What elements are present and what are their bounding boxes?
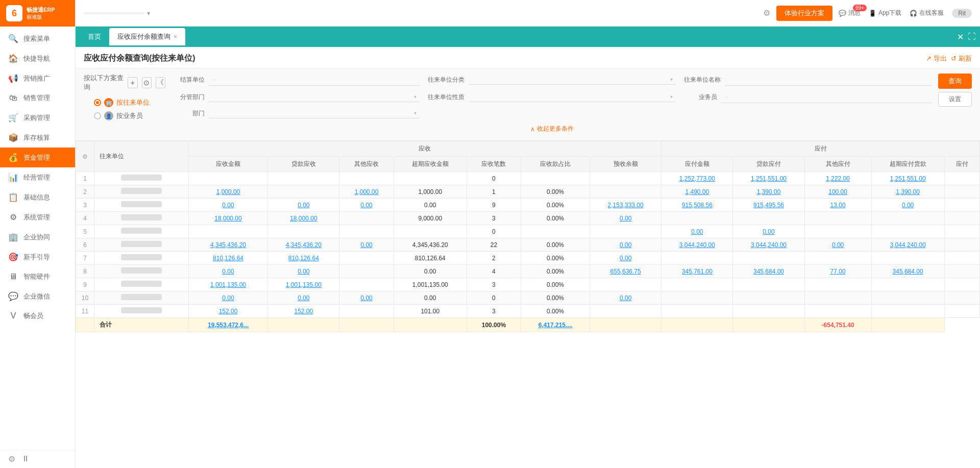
- cell-link[interactable]: 0.00: [298, 294, 309, 302]
- table-cell[interactable]: 0.00: [339, 199, 394, 212]
- cell-link[interactable]: 0.00: [222, 202, 234, 209]
- cell-link[interactable]: 4,345,436.20: [286, 241, 322, 249]
- cell-link[interactable]: 0.00: [763, 228, 774, 235]
- table-cell[interactable]: 345,684.00: [871, 265, 944, 278]
- table-cell[interactable]: 3,044,240.00: [662, 238, 733, 252]
- th-settings[interactable]: ⚙: [76, 141, 94, 172]
- table-cell[interactable]: 345,684.00: [733, 265, 804, 278]
- sidebar-item-inventory[interactable]: 📦 库存核算: [0, 128, 75, 147]
- table-cell[interactable]: 1,000.00: [188, 185, 268, 199]
- tab-close-icon[interactable]: ×: [174, 33, 177, 40]
- cell-link[interactable]: 4,345,436.20: [210, 241, 246, 249]
- cell-link[interactable]: 0.00: [620, 241, 631, 249]
- cell-link[interactable]: 0.00: [832, 241, 844, 249]
- table-cell[interactable]: 0.00: [871, 199, 944, 212]
- table-cell[interactable]: 0.00: [339, 238, 394, 252]
- filter-settings-button[interactable]: ⊙: [142, 77, 152, 88]
- table-cell[interactable]: 152.00: [188, 305, 268, 318]
- table-cell[interactable]: 0.00: [590, 252, 662, 265]
- table-cell[interactable]: 1,251,551.00: [733, 172, 804, 185]
- table-cell[interactable]: 100.00: [804, 185, 871, 199]
- sidebar-item-sales[interactable]: 🛍 销售管理: [0, 88, 75, 108]
- table-cell[interactable]: 2,153,333.00: [590, 199, 662, 212]
- sidebar-item-guide[interactable]: 🎯 新手引导: [0, 247, 75, 267]
- cell-link[interactable]: 1,390.00: [757, 188, 781, 195]
- cell-link[interactable]: 0.00: [360, 294, 372, 302]
- dept-select[interactable]: ▾: [209, 108, 420, 118]
- cell-link[interactable]: 0.00: [298, 268, 309, 275]
- settlement-input[interactable]: ···: [209, 73, 420, 86]
- sidebar-item-member[interactable]: V 畅会员: [0, 306, 75, 326]
- sidebar-item-shortcut[interactable]: 🏠 快捷导航: [0, 48, 75, 68]
- cell-link[interactable]: 810,126.64: [213, 255, 243, 262]
- app-download-button[interactable]: 📱 App下载: [869, 9, 901, 17]
- cell-link[interactable]: 3,044,240.00: [890, 241, 926, 249]
- cell-link[interactable]: 345,684.00: [753, 268, 784, 275]
- table-cell[interactable]: 3,044,240.00: [733, 238, 804, 252]
- cell-link[interactable]: 345,684.00: [893, 268, 923, 275]
- cell-link[interactable]: 3,044,240.00: [751, 241, 787, 249]
- refresh-button[interactable]: ↺ 刷新: [951, 54, 972, 63]
- cell-link[interactable]: 1,251,551.00: [890, 175, 926, 182]
- sidebar-item-wechat[interactable]: 💬 企业微信: [0, 286, 75, 306]
- scheme-by-staff[interactable]: 👤 按业务员: [94, 110, 165, 121]
- cell-link[interactable]: 1,252,773.00: [679, 175, 715, 182]
- table-cell[interactable]: 13.00: [804, 199, 871, 212]
- cell-link[interactable]: 0.00: [691, 228, 703, 235]
- cell-link[interactable]: 1,490.00: [685, 188, 709, 195]
- partner-name-input[interactable]: [725, 74, 932, 86]
- cell-link[interactable]: 2,153,333.00: [608, 202, 644, 209]
- cell-link[interactable]: 1,001,135.00: [286, 281, 322, 288]
- cell-link[interactable]: 100.00: [828, 188, 847, 195]
- message-button[interactable]: 💬 消息 99+: [839, 9, 861, 17]
- table-cell[interactable]: 0.00: [590, 212, 662, 225]
- sidebar-item-finance[interactable]: 💰 资金管理: [0, 147, 75, 167]
- tab-home[interactable]: 首页: [80, 28, 109, 45]
- table-cell[interactable]: 1,252,773.00: [662, 172, 733, 185]
- cell-link[interactable]: 1,251,551.00: [751, 175, 787, 182]
- export-button[interactable]: ↗ 导出: [926, 54, 947, 63]
- cell-link[interactable]: 77.00: [830, 268, 846, 275]
- cell-link[interactable]: 0.00: [902, 202, 914, 209]
- table-cell[interactable]: 810,126.64: [268, 252, 339, 265]
- partner-nature-select[interactable]: ▾: [469, 92, 676, 102]
- cell-link[interactable]: 1,001,135.00: [210, 281, 246, 288]
- query-button[interactable]: 查询: [938, 73, 972, 89]
- user-avatar[interactable]: Rit: [952, 9, 972, 18]
- filter-collapse-left-button[interactable]: 《: [156, 77, 165, 88]
- cell-link[interactable]: 655,636.75: [610, 268, 641, 275]
- promo-button[interactable]: 体验行业方案: [776, 6, 832, 21]
- cell-link[interactable]: 0.00: [222, 294, 234, 302]
- table-cell[interactable]: 1,490.00: [662, 185, 733, 199]
- table-cell[interactable]: 0.00: [339, 291, 394, 305]
- cell-link[interactable]: 0.00: [360, 202, 372, 209]
- table-cell[interactable]: 3,044,240.00: [871, 238, 944, 252]
- table-cell[interactable]: 1,222.00: [804, 172, 871, 185]
- partner-category-select[interactable]: ▾: [469, 75, 676, 85]
- collapse-button[interactable]: ∧ 收起更多条件: [528, 122, 576, 135]
- cell-link[interactable]: 810,126.64: [288, 255, 319, 262]
- cell-link[interactable]: 915,495.56: [753, 202, 784, 209]
- sidebar-item-hardware[interactable]: 🖥 智能硬件: [0, 267, 75, 286]
- table-cell[interactable]: 655,636.75: [590, 265, 662, 278]
- sidebar-item-system[interactable]: ⚙ 系统管理: [0, 207, 75, 227]
- table-cell[interactable]: 4,345,436.20: [188, 238, 268, 252]
- table-cell[interactable]: 1,390.00: [871, 185, 944, 199]
- table-cell[interactable]: 1,390.00: [733, 185, 804, 199]
- table-cell[interactable]: 345,761.00: [662, 265, 733, 278]
- filter-add-button[interactable]: +: [128, 77, 137, 88]
- table-cell[interactable]: 152.00: [268, 305, 339, 318]
- table-cell[interactable]: 1,001,135.00: [188, 278, 268, 291]
- cell-link[interactable]: 13.00: [830, 202, 846, 209]
- table-cell[interactable]: 0.00: [188, 291, 268, 305]
- table-cell[interactable]: 0.00: [662, 225, 733, 238]
- table-cell[interactable]: 4,345,436.20: [268, 238, 339, 252]
- cell-link[interactable]: 0.00: [222, 268, 234, 275]
- header-settings-icon[interactable]: ⚙: [763, 8, 770, 18]
- online-service-button[interactable]: 🎧 在线客服: [910, 9, 944, 17]
- cell-link[interactable]: 18,000.00: [214, 215, 241, 222]
- cell-link[interactable]: 345,761.00: [682, 268, 713, 275]
- table-cell[interactable]: 915,508.56: [662, 199, 733, 212]
- sidebar-collapse-btn[interactable]: ⏸: [21, 454, 30, 464]
- tab-ar-ap[interactable]: 应收应付余额查询 ×: [109, 28, 185, 45]
